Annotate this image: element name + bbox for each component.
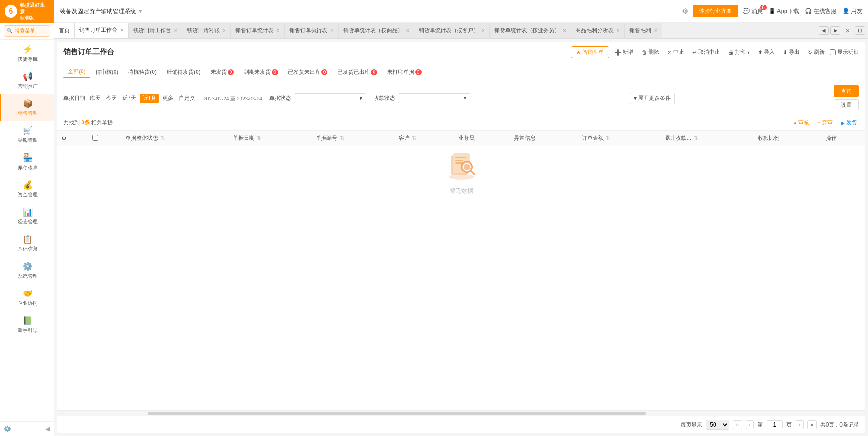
sidebar-item-quick-nav[interactable]: ⚡ 快捷导航 (0, 40, 54, 67)
filter-tab-all[interactable]: 全部(0) (63, 66, 90, 78)
topbar-settings-icon[interactable]: ⚙ (682, 7, 688, 15)
tab-close-margin[interactable]: ✕ (616, 28, 620, 33)
page-number-input[interactable] (767, 420, 783, 429)
finance-icon: 💰 (23, 180, 33, 190)
tab-sales-exec[interactable]: 销售订单执行表 ✕ (285, 23, 339, 39)
add-button[interactable]: ➕ 新增 (612, 47, 636, 58)
tab-product-margin[interactable]: 商品毛利分析表 ✕ (571, 23, 625, 39)
export-button[interactable]: ⬇ 导出 (780, 47, 802, 58)
sidebar-item-finance[interactable]: 💰 资金管理 (0, 175, 54, 203)
col-actions: 操作 (821, 131, 865, 146)
date-more[interactable]: 更多 (161, 94, 175, 103)
filter-tab-shipped-not-out[interactable]: 已发货未出库0 (283, 66, 332, 78)
filter-tab-pending-check[interactable]: 待拣验货(0) (124, 66, 161, 78)
smart-generate-button[interactable]: ★ 智能生单 (571, 46, 609, 58)
payment-select[interactable]: ▾ (398, 93, 470, 103)
batch-review-button[interactable]: ● 审核 (792, 118, 811, 128)
date-today[interactable]: 今天 (104, 94, 119, 103)
status-select[interactable]: ▾ (294, 93, 366, 103)
tab-scroll-right[interactable]: ▶ (830, 26, 840, 35)
tab-sales-stat[interactable]: 销售订单统计表 ✕ (231, 23, 285, 39)
sidebar-item-sales[interactable]: 📦 销售管理 (0, 94, 54, 121)
search-menu-button[interactable]: 🔍 搜索菜单 (4, 25, 50, 37)
operations-icon: 📊 (23, 207, 33, 217)
tab-home[interactable]: 首页 (54, 23, 75, 39)
filter-tab-not-printed[interactable]: 未打印单据0 (383, 66, 426, 78)
print-button[interactable]: 🖨 打印 ▾ (725, 47, 753, 58)
refresh-button[interactable]: ↻ 刷新 (805, 47, 827, 58)
show-detail-checkbox[interactable] (830, 49, 836, 55)
select-all-checkbox[interactable] (92, 135, 98, 141)
tab-close-sales-exec[interactable]: ✕ (330, 28, 334, 33)
filter-tab-shipped-out[interactable]: 已发货已出库0 (333, 66, 382, 78)
next-page-button[interactable]: › (796, 420, 804, 429)
tab-close-profit[interactable]: ✕ (654, 28, 657, 33)
stop-button[interactable]: ⊙ 中止 (665, 47, 687, 58)
settings-footer-button[interactable]: ⚙️ (4, 425, 11, 432)
message-button[interactable]: 💬 6 消息 (743, 7, 763, 15)
tab-maximize[interactable]: ⊡ (855, 26, 865, 35)
tab-close-sales-workbench[interactable]: ✕ (120, 28, 124, 33)
import-button[interactable]: ⬆ 导入 (755, 47, 777, 58)
search-settings-button[interactable]: 设置 (834, 99, 859, 111)
date-7days[interactable]: 近7天 (120, 94, 138, 103)
col-checkbox[interactable] (88, 131, 121, 146)
user-profile-button[interactable]: 👤 用友 (842, 7, 863, 15)
sidebar-item-marketing[interactable]: 📢 营销推广 (0, 67, 54, 94)
col-collected: 累计收款... ⇅ (660, 131, 753, 146)
industry-solution-button[interactable]: 体验行业方案 (693, 5, 738, 17)
sidebar-item-basic-info[interactable]: 📋 基础信息 (0, 230, 54, 257)
sidebar-item-guide[interactable]: 📗 新手引导 (0, 311, 54, 338)
tab-close-all[interactable]: ✕ (842, 26, 853, 35)
online-service-button[interactable]: 🎧 在线客服 (805, 7, 837, 15)
horizontal-scrollbar[interactable] (57, 410, 865, 416)
sidebar-item-inventory[interactable]: 🏪 库存核算 (0, 148, 54, 175)
topbar-dropdown-arrow[interactable]: ▾ (139, 8, 142, 14)
query-button[interactable]: 查询 (834, 85, 859, 97)
filter-tab-not-shipped[interactable]: 未发货0 (206, 66, 239, 78)
page-size-select[interactable]: 50 10 20 100 (706, 420, 729, 430)
tab-sales-stat-product[interactable]: 销货单统计表（按商品） ✕ (339, 23, 414, 39)
first-page-button[interactable]: « (733, 420, 742, 429)
filter-tab-wangpu[interactable]: 旺铺待发货(0) (162, 66, 205, 78)
sidebar-item-operations[interactable]: 📊 经营管理 (0, 203, 54, 230)
col-customer: 客户 ⇅ (394, 131, 454, 146)
tab-close-product[interactable]: ✕ (406, 28, 409, 33)
tab-close-sales-stat[interactable]: ✕ (276, 28, 280, 33)
prev-page-button[interactable]: ‹ (746, 420, 754, 429)
date-1month[interactable]: 近1月 (140, 94, 159, 103)
col-settings[interactable]: ⚙ (57, 131, 88, 146)
date-yesterday[interactable]: 昨天 (88, 94, 102, 103)
delete-button[interactable]: 🗑 删除 (639, 47, 662, 58)
marketing-icon: 📢 (23, 71, 33, 81)
tab-sales-profit[interactable]: 销售毛利 ✕ (625, 23, 662, 39)
purchase-icon: 🛒 (23, 126, 33, 136)
filter-tab-pending-review[interactable]: 待审核(0) (91, 66, 123, 78)
tab-sales-stat-staff[interactable]: 销货单统计表（按业务员） ✕ (490, 23, 571, 39)
date-custom[interactable]: 自定义 (177, 94, 197, 103)
sidebar-item-purchase[interactable]: 🛒 采购管理 (0, 121, 54, 148)
cancel-stop-button[interactable]: ↩ 取消中止 (690, 47, 723, 58)
tab-scroll-left[interactable]: ◀ (819, 26, 829, 35)
scroll-thumb[interactable] (148, 412, 646, 415)
tab-sales-stat-customer[interactable]: 销货单统计表（按客户） ✕ (414, 23, 490, 39)
sales-icon: 📦 (23, 99, 33, 109)
tab-close-staff[interactable]: ✕ (562, 28, 566, 33)
sidebar-item-enterprise[interactable]: 🤝 企业协同 (0, 284, 54, 311)
tab-cash-reconcile[interactable]: 钱货日清对账 ✕ (182, 23, 231, 39)
tab-cash-daily[interactable]: 钱货日清工作台 ✕ (129, 23, 182, 39)
sidebar-search-area: 🔍 搜索菜单 (0, 23, 54, 40)
tab-close-cash-daily[interactable]: ✕ (174, 28, 177, 33)
filter-tab-overdue[interactable]: 到期未发货0 (239, 66, 283, 78)
sidebar-item-system[interactable]: ⚙️ 系统管理 (0, 257, 54, 284)
page-actions: ★ 智能生单 ➕ 新增 🗑 删除 ⊙ 中止 ↩ 取消中止 (571, 46, 859, 58)
expand-conditions-button[interactable]: ▾ 展开更多条件 (630, 93, 675, 104)
app-download-button[interactable]: 📱 App下载 (768, 7, 799, 15)
batch-ship-button[interactable]: ▶ 发货 (839, 118, 859, 128)
tab-sales-workbench[interactable]: 销售订单工作台 ✕ (75, 23, 129, 39)
tab-close-customer[interactable]: ✕ (481, 28, 485, 33)
tab-close-cash-reconcile[interactable]: ✕ (222, 28, 226, 33)
last-page-button[interactable]: » (807, 420, 817, 429)
collapse-sidebar-button[interactable]: ◀ (45, 425, 50, 432)
batch-unreview-button[interactable]: ○ 弃审 (815, 118, 834, 128)
